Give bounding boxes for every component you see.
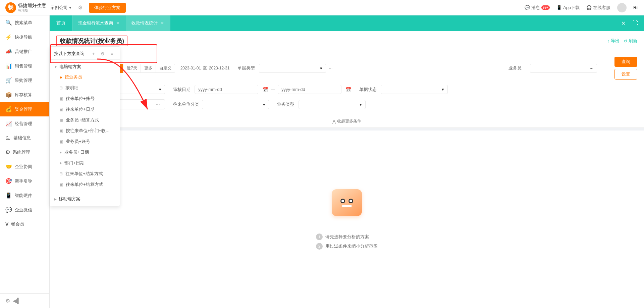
settings-icon[interactable]: ⚙ bbox=[75, 3, 85, 12]
doc-status-label: 单据状态 bbox=[359, 87, 378, 93]
sidebar-item-system[interactable]: ⚙ 系统管理 bbox=[0, 145, 49, 159]
collapse-up-icon: ⋀ bbox=[332, 119, 336, 124]
maximize-icon[interactable]: ⛶ bbox=[631, 18, 640, 28]
scheme-item-sales-account[interactable]: ▣ 业务员+账号 bbox=[50, 136, 120, 147]
doc-type-select[interactable]: ▾ bbox=[259, 64, 326, 73]
filter-area: 单据日期 上月 本月 本年 近7天 更多 自定义 2023-01-01 至 bbox=[50, 51, 644, 115]
item-label-partner-settle1: 往来单位+结算方式 bbox=[65, 171, 103, 177]
collapse-label: 收起更多条件 bbox=[337, 118, 361, 124]
sidebar-item-marketing[interactable]: 📣 营销推广 bbox=[0, 44, 49, 59]
scheme-settings-button[interactable]: ⚙ bbox=[99, 50, 106, 57]
item-icon-partner-date: ▣ bbox=[59, 107, 63, 112]
group-label-desktop: 电脑端方案 bbox=[59, 64, 81, 70]
dept-chevron: ▾ bbox=[159, 87, 161, 92]
scheme-item-partner-dept[interactable]: ▣ 按往来单位+部门+收... bbox=[50, 125, 120, 136]
review-date-start[interactable] bbox=[195, 85, 258, 94]
sidebar-item-member[interactable]: V 畅会员 bbox=[0, 217, 49, 231]
review-date-end[interactable] bbox=[278, 85, 341, 94]
date-tab-more[interactable]: 更多 bbox=[141, 64, 156, 73]
robot-eyes bbox=[340, 199, 353, 203]
doc-status-chevron: ▾ bbox=[442, 87, 444, 92]
salesperson-select[interactable]: ··· bbox=[530, 64, 597, 73]
counterpart-type-select[interactable]: ▾ bbox=[202, 100, 269, 109]
scheme-group-desktop-title[interactable]: ▼ 电脑端方案 bbox=[50, 62, 120, 72]
service-icon: 🎧 bbox=[586, 5, 592, 10]
collapse-button[interactable]: ⋀ 收起更多条件 bbox=[332, 118, 361, 124]
date-tab-custom[interactable]: 自定义 bbox=[156, 64, 175, 73]
item-icon-partner-settle1: ⊞ bbox=[59, 171, 63, 176]
messages-action[interactable]: 💬 消息 99+ bbox=[525, 5, 550, 11]
system-icon: ⚙ bbox=[5, 149, 10, 155]
doc-status-select[interactable]: ▾ bbox=[381, 85, 448, 94]
sidebar-item-quicknav[interactable]: ⚡ 快捷导航 bbox=[0, 30, 49, 44]
counterpart-dots[interactable]: ··· bbox=[156, 101, 160, 107]
sidebar-item-operations[interactable]: 📈 经营管理 bbox=[0, 116, 49, 131]
refresh-button[interactable]: ↺ 刷新 bbox=[624, 38, 637, 44]
calendar-icon-2[interactable]: 📅 bbox=[345, 87, 351, 92]
online-service-action[interactable]: 🎧 在线客服 bbox=[586, 5, 610, 11]
settings-bottom-icon[interactable]: ⚙ bbox=[5, 298, 10, 304]
collapse-sidebar-icon[interactable]: ◀▌ bbox=[13, 298, 20, 304]
scheme-item-sales-settlement[interactable]: ▦ 业务员+结算方式 bbox=[50, 115, 120, 125]
tab-home[interactable]: 首页 bbox=[50, 15, 72, 31]
member-icon: V bbox=[5, 221, 8, 227]
scheme-item-by-detail[interactable]: ⊞ 按明细 bbox=[50, 83, 120, 93]
sidebar-item-inventory[interactable]: 📦 库存核算 bbox=[0, 88, 49, 102]
operations-icon: 📈 bbox=[5, 120, 12, 127]
sidebar-item-guide[interactable]: 🎯 新手引导 bbox=[0, 174, 49, 188]
sidebar-item-sales[interactable]: 📊 销售管理 bbox=[0, 59, 49, 73]
sidebar-label-base-info: 基础信息 bbox=[13, 135, 31, 141]
refresh-icon: ↺ bbox=[624, 39, 627, 44]
user-avatar[interactable] bbox=[617, 3, 627, 12]
tab-collection[interactable]: 收款情况统计 ✕ bbox=[126, 15, 170, 31]
doc-type-more[interactable]: ··· bbox=[329, 66, 332, 71]
header-right: 💬 消息 99+ 📱 App下载 🎧 在线客服 Rit bbox=[525, 3, 639, 12]
filter-doc-status: 单据状态 ▾ bbox=[359, 85, 453, 94]
tab-collection-close[interactable]: ✕ bbox=[160, 20, 165, 26]
empty-state: 1 请先选择要分析的方案 2 用过滤条件来缩小分析范围 bbox=[50, 131, 644, 308]
scheme-item-partner-date[interactable]: ▣ 往来单位+日期 bbox=[50, 104, 120, 115]
scheme-item-partner-settle1[interactable]: ⊞ 往来单位+结算方式 bbox=[50, 168, 120, 179]
messages-badge: 99+ bbox=[541, 5, 550, 10]
collapse-scheme-button[interactable]: « bbox=[108, 50, 116, 57]
sidebar-label-search: 搜索菜单 bbox=[15, 20, 32, 26]
settings-button[interactable]: 设置 bbox=[614, 69, 637, 80]
trial-button[interactable]: 体验行业方案 bbox=[89, 3, 126, 13]
scheme-item-by-salesperson[interactable]: ● 按业务员 bbox=[50, 72, 120, 83]
scheme-header-actions: ＋ ⚙ « bbox=[90, 50, 116, 57]
filter-review-date: 审核日期 📅 — 📅 bbox=[173, 85, 351, 94]
scheme-group-mobile-title[interactable]: ▶ 移动端方案 bbox=[50, 194, 120, 204]
query-button[interactable]: 查询 bbox=[614, 57, 637, 67]
scheme-item-dept-date[interactable]: ● 部门+日期 bbox=[50, 158, 120, 168]
sidebar-item-hardware[interactable]: 📱 智能硬件 bbox=[0, 188, 49, 203]
enterprise-icon: 🤝 bbox=[5, 163, 12, 170]
date-tab-7days[interactable]: 近7天 bbox=[123, 64, 141, 73]
item-label-partner-account: 往来单位+账号 bbox=[66, 96, 95, 102]
tab-bank-flow[interactable]: 现金银行流水查询 ✕ bbox=[72, 15, 126, 31]
collapse-row[interactable]: ⋀ 收起更多条件 bbox=[50, 115, 644, 128]
company-selector[interactable]: 示例公司 ▾ bbox=[50, 5, 71, 11]
sidebar-item-enterprise[interactable]: 🤝 企业协同 bbox=[0, 159, 49, 174]
export-button[interactable]: ↑ 导出 bbox=[607, 38, 620, 44]
scheme-item-partner-account[interactable]: ▣ 往来单位+账号 bbox=[50, 93, 120, 104]
tab-bank-flow-close[interactable]: ✕ bbox=[115, 20, 120, 26]
calendar-icon-1[interactable]: 📅 bbox=[262, 87, 268, 92]
sidebar-item-search[interactable]: 🔍 搜索菜单 bbox=[0, 15, 49, 30]
scheme-item-partner-settle2[interactable]: ▣ 往来单位+结算方式 bbox=[50, 179, 120, 190]
sidebar-item-purchase[interactable]: 🛒 采购管理 bbox=[0, 73, 49, 88]
empty-tips: 1 请先选择要分析的方案 2 用过滤条件来缩小分析范围 bbox=[316, 234, 378, 250]
biz-type-select[interactable]: ▾ bbox=[299, 100, 366, 109]
sidebar-item-finance[interactable]: 💰 资金管理 bbox=[0, 102, 49, 116]
download-icon: 📱 bbox=[556, 5, 562, 10]
sidebar-label-hardware: 智能硬件 bbox=[15, 193, 32, 199]
tip-num-1: 1 bbox=[316, 234, 323, 240]
sidebar-bottom: ⚙ ◀▌ bbox=[0, 293, 49, 308]
sidebar-item-base-info[interactable]: 🗂 基础信息 bbox=[0, 131, 49, 145]
close-window-icon[interactable]: ✕ bbox=[619, 18, 628, 28]
app-download-action[interactable]: 📱 App下载 bbox=[556, 5, 580, 11]
scheme-item-sales-date[interactable]: ● 业务员+日期 bbox=[50, 147, 120, 158]
add-scheme-button[interactable]: ＋ bbox=[90, 50, 97, 57]
item-icon-salesperson: ● bbox=[59, 74, 62, 80]
item-label-sales-account: 业务员+账号 bbox=[66, 139, 90, 145]
sidebar-item-wechat[interactable]: 💬 企业微信 bbox=[0, 203, 49, 217]
